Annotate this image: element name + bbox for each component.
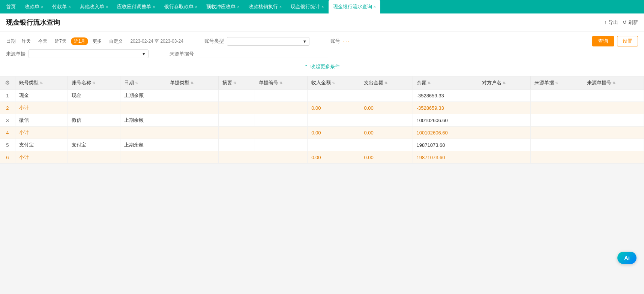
nav-tab-close[interactable]: × xyxy=(374,0,376,13)
refresh-button[interactable]: ↺ 刷新 xyxy=(623,19,638,26)
sort-icon-source_doc[interactable]: ⇅ xyxy=(555,81,558,85)
col-header-expense[interactable]: 支出金额⇅ xyxy=(360,76,413,90)
nav-tab-close[interactable]: × xyxy=(321,0,324,13)
collapse-icon: ⌃ xyxy=(304,64,308,70)
col-header-counterparty[interactable]: 对方户名⇅ xyxy=(478,76,530,90)
cell-date: 上期余额 xyxy=(120,90,166,102)
nav-tab-close[interactable]: × xyxy=(237,0,239,13)
refresh-icon: ↺ xyxy=(623,19,627,25)
cell-income xyxy=(308,114,360,127)
page-header: 现金银行流水查询 ↑ 导出 ↺ 刷新 xyxy=(0,13,644,31)
sort-icon-income[interactable]: ⇅ xyxy=(332,81,335,85)
col-header-doc_no[interactable]: 单据编号⇅ xyxy=(255,76,307,90)
sort-icon-date[interactable]: ⇅ xyxy=(135,81,138,85)
col-header-balance[interactable]: 余额⇅ xyxy=(413,76,478,90)
sort-icon-doc_no[interactable]: ⇅ xyxy=(279,81,282,85)
col-header-summary[interactable]: 摘要⇅ xyxy=(219,76,255,90)
cell-settings: 5 xyxy=(0,139,15,151)
nav-tab-close[interactable]: × xyxy=(41,0,43,13)
nav-tab-close[interactable]: × xyxy=(279,0,282,13)
nav-tab-收款核销执行[interactable]: 收款核销执行× xyxy=(244,0,286,13)
col-header-account_type[interactable]: 账号类型⇅ xyxy=(15,76,68,90)
date-filter-group: 日期 昨天今天近7天近1月更多自定义 2023-02-24 至 2023-03-… xyxy=(6,37,183,45)
col-header-date[interactable]: 日期⇅ xyxy=(120,76,166,90)
cell-date: 上期余额 xyxy=(120,114,166,127)
cell-account_type: 小计 xyxy=(15,151,68,164)
date-btn-更多[interactable]: 更多 xyxy=(90,37,105,45)
nav-tab-预收冲应收单[interactable]: 预收冲应收单× xyxy=(202,0,244,13)
page-title: 现金银行流水查询 xyxy=(6,18,60,27)
cell-source_doc_no xyxy=(583,139,644,151)
date-range: 2023-02-24 至 2023-03-24 xyxy=(130,38,183,45)
sort-icon-account_name[interactable]: ⇅ xyxy=(92,81,95,85)
action-buttons: 查询 设置 xyxy=(592,36,638,46)
collapse-label: 收起更多条件 xyxy=(311,63,340,70)
col-label-source_doc_no: 来源单据号 xyxy=(587,80,611,85)
query-button[interactable]: 查询 xyxy=(592,36,614,46)
sort-icon-source_doc_no[interactable]: ⇅ xyxy=(612,81,615,85)
col-header-account_name[interactable]: 账号名称⇅ xyxy=(68,76,120,90)
cell-doc_no xyxy=(255,90,307,102)
date-btn-今天[interactable]: 今天 xyxy=(35,37,50,45)
sort-icon-summary[interactable]: ⇅ xyxy=(233,81,236,85)
col-header-income[interactable]: 收入金额⇅ xyxy=(308,76,360,90)
cell-expense xyxy=(360,90,413,102)
source-doc-no-input[interactable] xyxy=(197,50,328,58)
nav-tab-其他收入单[interactable]: 其他收入单× xyxy=(75,0,113,13)
nav-tab-收款单[interactable]: 收款单× xyxy=(20,0,48,13)
sort-icon-expense[interactable]: ⇅ xyxy=(384,81,387,85)
nav-tab-label: 收款核销执行 xyxy=(249,0,278,13)
nav-tab-银行存取款单[interactable]: 银行存取款单× xyxy=(160,0,202,13)
date-btn-自定义[interactable]: 自定义 xyxy=(106,37,126,45)
cell-source_doc xyxy=(530,102,583,114)
cell-account_name: 微信 xyxy=(68,114,120,127)
cell-account_name: 现金 xyxy=(68,90,120,102)
cell-counterparty xyxy=(478,151,530,164)
col-header-settings[interactable]: ⚙ xyxy=(0,76,15,90)
cell-balance: 19871073.60 xyxy=(413,151,478,164)
date-btn-近7天[interactable]: 近7天 xyxy=(52,37,69,45)
nav-tab-现金银行流水查询[interactable]: 现金银行流水查询× xyxy=(329,0,380,13)
nav-tab-付款单[interactable]: 付款单× xyxy=(48,0,75,13)
cell-income xyxy=(308,139,360,151)
nav-tab-label: 现金银行流水查询 xyxy=(333,0,372,13)
col-header-source_doc_no[interactable]: 来源单据号⇅ xyxy=(583,76,644,90)
cell-source_doc xyxy=(530,127,583,139)
data-table: ⚙账号类型⇅账号名称⇅日期⇅单据类型⇅摘要⇅单据编号⇅收入金额⇅支出金额⇅余额⇅… xyxy=(0,76,644,164)
source-doc-select[interactable]: ▾ xyxy=(29,49,149,58)
sort-icon-doc_type[interactable]: ⇅ xyxy=(191,81,194,85)
cell-settings: 1 xyxy=(0,90,15,102)
settings-button[interactable]: 设置 xyxy=(617,36,638,46)
col-label-summary: 摘要 xyxy=(222,80,232,85)
cell-balance: 100102606.60 xyxy=(413,114,478,127)
cell-doc_no xyxy=(255,127,307,139)
refresh-label: 刷新 xyxy=(628,19,638,26)
cell-date: 上期余额 xyxy=(120,139,166,151)
export-button[interactable]: ↑ 导出 xyxy=(605,19,618,26)
col-header-source_doc[interactable]: 来源单据⇅ xyxy=(530,76,583,90)
source-doc-label: 来源单据 xyxy=(6,51,26,57)
sort-icon-account_type[interactable]: ⇅ xyxy=(40,81,43,85)
collapse-bar[interactable]: ⌃ 收起更多条件 xyxy=(6,61,638,72)
nav-tab-现金银行统计[interactable]: 现金银行统计× xyxy=(286,0,328,13)
account-label: 账号 xyxy=(330,38,340,45)
cell-account_type: 小计 xyxy=(15,102,68,114)
nav-tab-close[interactable]: × xyxy=(153,0,155,13)
col-label-account_type: 账号类型 xyxy=(19,80,39,85)
nav-tab-应收应付调整单[interactable]: 应收应付调整单× xyxy=(113,0,159,13)
cell-account_name xyxy=(68,102,120,114)
col-header-doc_type[interactable]: 单据类型⇅ xyxy=(166,76,218,90)
nav-tab-close[interactable]: × xyxy=(195,0,197,13)
account-dots-button[interactable]: ··· xyxy=(343,38,350,44)
nav-tab-close[interactable]: × xyxy=(106,0,108,13)
nav-tab-close[interactable]: × xyxy=(68,0,71,13)
cell-doc_no xyxy=(255,102,307,114)
date-btn-近1月[interactable]: 近1月 xyxy=(71,37,89,45)
sort-icon-balance[interactable]: ⇅ xyxy=(428,81,431,85)
nav-home[interactable]: 首页 xyxy=(2,0,20,13)
cell-doc_type xyxy=(166,151,218,164)
sort-icon-counterparty[interactable]: ⇅ xyxy=(503,81,506,85)
date-btn-昨天[interactable]: 昨天 xyxy=(19,37,34,45)
gear-icon[interactable]: ⚙ xyxy=(5,79,10,86)
account-type-select[interactable]: ▾ xyxy=(227,37,309,46)
